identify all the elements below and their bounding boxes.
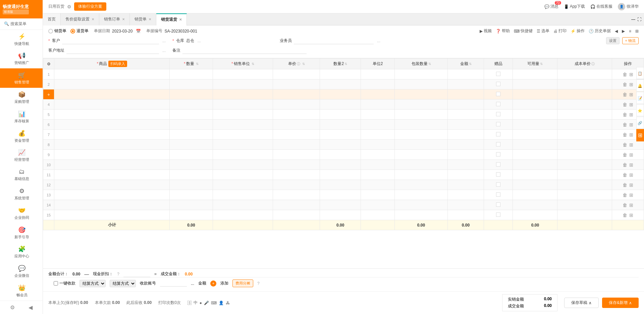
cost-price-info-icon[interactable]: ⓘ bbox=[591, 62, 595, 66]
unit-price-cell[interactable] bbox=[273, 190, 320, 200]
delete-row-btn[interactable]: 🗑 bbox=[623, 82, 627, 87]
view-grid-btn[interactable]: ⊞ bbox=[635, 29, 639, 34]
sales-unit-cell[interactable] bbox=[213, 160, 273, 170]
th-settings[interactable]: ⚙ bbox=[43, 59, 54, 69]
unit-price-cell[interactable] bbox=[273, 180, 320, 190]
fee-split-btn[interactable]: 费用分摊 bbox=[232, 279, 253, 287]
discount-help-icon[interactable]: ? bbox=[117, 272, 119, 276]
tab-home[interactable]: 首页 bbox=[43, 13, 61, 25]
select-btn[interactable]: ☰ 选单 bbox=[537, 28, 549, 34]
amount-cell[interactable] bbox=[448, 130, 484, 140]
sales-unit-cell[interactable] bbox=[213, 150, 273, 160]
sidebar-item-guide[interactable]: 🎯 新手引导 bbox=[0, 223, 43, 243]
qty2-cell[interactable] bbox=[320, 160, 361, 170]
side-btn-1[interactable]: 📋 bbox=[636, 67, 644, 79]
quantity-cell[interactable] bbox=[170, 130, 213, 140]
pack-qty-cell[interactable] bbox=[394, 190, 447, 200]
product-cell[interactable] bbox=[54, 170, 170, 180]
qty2-cell[interactable] bbox=[320, 140, 361, 150]
product-cell[interactable] bbox=[54, 69, 170, 79]
unit-price-info-icon[interactable]: ⓘ bbox=[297, 62, 300, 66]
sidebar-item-operation[interactable]: 📈 经营管理 bbox=[0, 146, 43, 165]
sales-unit-cell[interactable] bbox=[213, 180, 273, 190]
sidebar-item-basic[interactable]: 🗂 基础信息 bbox=[0, 165, 43, 184]
radio-sales[interactable]: 销货单 bbox=[48, 28, 66, 34]
side-btn-2[interactable]: 🔔 bbox=[636, 79, 644, 91]
salesperson-input[interactable] bbox=[294, 37, 374, 44]
amount-cell[interactable] bbox=[448, 120, 484, 130]
qty2-cell[interactable] bbox=[320, 100, 361, 110]
unit-price-cell[interactable] bbox=[273, 160, 320, 170]
available-sort-icon[interactable]: ⇅ bbox=[540, 62, 543, 66]
address-input[interactable] bbox=[66, 47, 159, 54]
sales-unit-cell[interactable] bbox=[213, 190, 273, 200]
pack-qty-cell[interactable] bbox=[394, 140, 447, 150]
unit-price-cell[interactable] bbox=[273, 140, 320, 150]
sales-unit-cell[interactable] bbox=[213, 200, 273, 210]
app-download-btn[interactable]: 📱 App下载 bbox=[564, 4, 585, 9]
amount-cell[interactable] bbox=[448, 110, 484, 120]
sales-order-close[interactable]: ✕ bbox=[122, 17, 125, 21]
product-cell[interactable] bbox=[54, 150, 170, 160]
side-btn-5[interactable]: 🔗 bbox=[636, 117, 644, 129]
sidebar-search[interactable]: 🔍 搜索菜单 bbox=[0, 18, 43, 30]
sidebar-item-wechat[interactable]: 💬 企业微信 bbox=[0, 262, 43, 281]
unit-price-cell[interactable] bbox=[273, 89, 320, 100]
add-amount-btn[interactable]: + bbox=[210, 280, 216, 287]
video-btn[interactable]: ▶ 视频 bbox=[480, 28, 492, 34]
warehouse-dots[interactable]: ... bbox=[198, 39, 201, 43]
nav-prev-btn[interactable]: ◀ bbox=[615, 29, 618, 34]
print-btn[interactable]: 🖨 打印 bbox=[553, 28, 567, 34]
add-row-btn[interactable]: + bbox=[45, 91, 52, 98]
sidebar-item-system[interactable]: ⚙ 系统管理 bbox=[0, 184, 43, 204]
payment-checkbox[interactable] bbox=[54, 281, 58, 286]
qty2-cell[interactable] bbox=[320, 210, 361, 220]
account-input[interactable] bbox=[160, 280, 187, 287]
help-btn[interactable]: ❓ 帮助 bbox=[496, 28, 510, 34]
amount-cell[interactable] bbox=[448, 89, 484, 100]
amount-cell[interactable] bbox=[448, 100, 484, 110]
sales-unit-cell[interactable] bbox=[213, 120, 273, 130]
product-cell[interactable] bbox=[54, 120, 170, 130]
copy-row-btn[interactable]: ⊞ bbox=[629, 102, 633, 107]
unit-price-cell[interactable] bbox=[273, 110, 320, 120]
tab-sales[interactable]: 销货单 ✕ bbox=[130, 13, 156, 25]
delete-row-btn[interactable]: 🗑 bbox=[623, 92, 627, 97]
unit2-cell[interactable] bbox=[361, 140, 395, 150]
product-cell[interactable] bbox=[54, 130, 170, 140]
quantity-cell[interactable] bbox=[170, 160, 213, 170]
save-new-btn[interactable]: 保存&新增 ∧ bbox=[602, 298, 639, 308]
quantity-cell[interactable] bbox=[170, 190, 213, 200]
sales-unit-cell[interactable] bbox=[213, 210, 273, 220]
sales-unit-cell[interactable] bbox=[213, 69, 273, 79]
address-dots[interactable]: ... bbox=[162, 48, 166, 53]
qty2-cell[interactable] bbox=[320, 89, 361, 100]
gift-checkbox[interactable] bbox=[496, 122, 500, 126]
logistics-btn[interactable]: + 物流 bbox=[622, 37, 639, 44]
product-input[interactable] bbox=[56, 92, 167, 97]
quantity-cell[interactable] bbox=[170, 110, 213, 120]
payment-method-select[interactable]: 结算方式 bbox=[79, 280, 106, 287]
amount-cell[interactable] bbox=[448, 69, 484, 79]
copy-row-btn[interactable]: ⊞ bbox=[629, 172, 633, 178]
unit2-cell[interactable] bbox=[361, 150, 395, 160]
tab-sales-return[interactable]: 销货退货 ✕ bbox=[156, 13, 187, 25]
qty2-cell[interactable] bbox=[320, 79, 361, 89]
product-cell[interactable] bbox=[54, 190, 170, 200]
sales-unit-cell[interactable] bbox=[213, 110, 273, 120]
account-dots[interactable]: ... bbox=[191, 281, 194, 286]
delete-row-btn[interactable]: 🗑 bbox=[623, 152, 627, 158]
unit-price-cell[interactable] bbox=[273, 170, 320, 180]
delete-row-btn[interactable]: 🗑 bbox=[623, 192, 627, 198]
delete-row-btn[interactable]: 🗑 bbox=[623, 172, 627, 178]
sales-unit-cell[interactable] bbox=[213, 100, 273, 110]
unit2-cell[interactable] bbox=[361, 89, 395, 100]
delete-row-btn[interactable]: 🗑 bbox=[623, 162, 627, 168]
gift-checkbox[interactable] bbox=[496, 202, 500, 207]
qty2-cell[interactable] bbox=[320, 200, 361, 210]
delete-row-btn[interactable]: 🗑 bbox=[623, 212, 627, 218]
pack-qty-cell[interactable] bbox=[394, 160, 447, 170]
unit2-cell[interactable] bbox=[361, 120, 395, 130]
qty2-cell[interactable] bbox=[320, 180, 361, 190]
remarks-input[interactable] bbox=[182, 47, 307, 54]
